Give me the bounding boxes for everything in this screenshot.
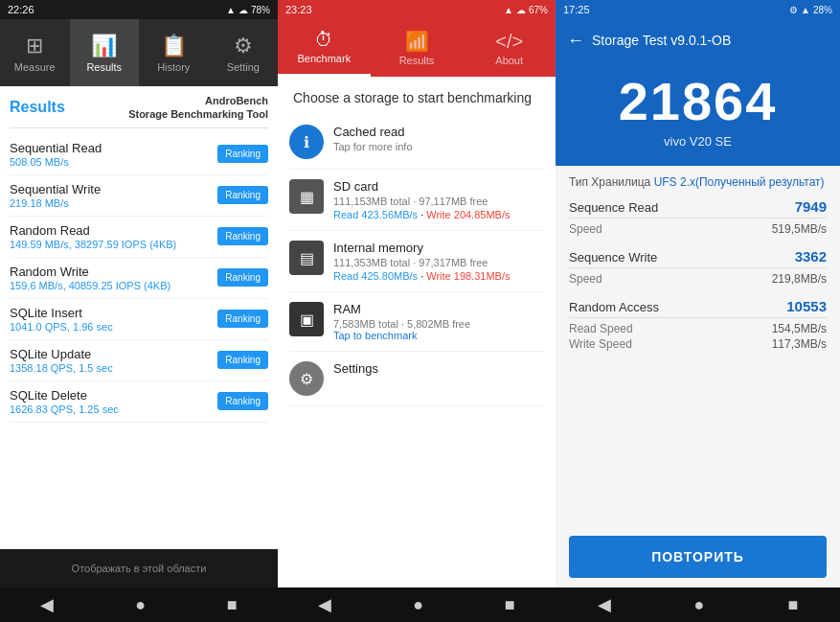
- sd-speed-write: Write 204.85MB/s: [426, 209, 510, 220]
- ranking-btn-5[interactable]: Ranking: [217, 351, 268, 369]
- nav-history-label: History: [157, 61, 190, 73]
- metric-label-2-1: Write Speed: [569, 337, 632, 351]
- metric-sequence-write: Sequence Write 3362 Speed 219,8MB/s: [569, 248, 827, 287]
- history-icon: 📋: [161, 34, 187, 58]
- benchmark-icon: ⏱: [314, 29, 333, 51]
- bench-info-2: Random Read 149.59 MB/s, 38297.59 IOPS (…: [10, 223, 217, 250]
- back-btn-2[interactable]: ◀: [318, 594, 331, 615]
- storage-item-settings[interactable]: ⚙ Settings: [289, 352, 544, 406]
- metric-sequence-read: Sequence Read 7949 Speed 519,5MB/s: [569, 198, 827, 237]
- ad-banner: Отображать в этой области: [0, 549, 278, 587]
- antutu-panel: 23:23 ▲ ☁ 67% ⏱ Benchmark 📶 Results </> …: [278, 0, 556, 622]
- big-score: 21864: [556, 75, 840, 128]
- setting-icon: ⚙: [234, 34, 253, 58]
- metric-score-2: 10553: [786, 298, 827, 314]
- back-btn-3b[interactable]: ◀: [598, 594, 611, 615]
- internal-speed: Read 425.80MB/s · Write 198.31MB/s: [333, 270, 544, 282]
- nav-results[interactable]: 📊 Results: [70, 19, 140, 86]
- nav-measure[interactable]: ⊞ Measure: [0, 19, 70, 86]
- nav-measure-label: Measure: [14, 61, 56, 73]
- tab-results[interactable]: 📶 Results: [371, 19, 464, 77]
- metric-header-seq-write: Sequence Write 3362: [569, 248, 827, 265]
- result-header: ← Storage Test v9.0.1-OB: [556, 19, 840, 61]
- bench-row-sqlite-update: SQLite Update 1358.18 QPS, 1.5 sec Ranki…: [10, 340, 268, 381]
- ranking-btn-2[interactable]: Ranking: [217, 227, 268, 245]
- result-content: Тип Хранилица UFS 2.x(Полученный результ…: [556, 166, 840, 526]
- recent-btn-1[interactable]: ■: [227, 595, 238, 615]
- ram-info: RAM 7,583MB total · 5,802MB free Tap to …: [333, 302, 544, 341]
- wifi-icon-3: ▲: [801, 5, 810, 15]
- battery-2: 67%: [529, 5, 548, 15]
- metric-label-0-0: Speed: [569, 222, 602, 236]
- sd-card-icon: ▦: [289, 179, 324, 214]
- internal-icon: ▤: [289, 241, 324, 275]
- tab-benchmark[interactable]: ⏱ Benchmark: [278, 19, 371, 77]
- cached-read-icon: ℹ: [289, 125, 324, 159]
- metric-score-0: 7949: [795, 198, 827, 215]
- tab-about[interactable]: </> About: [463, 19, 556, 77]
- ram-icon: ▣: [289, 302, 324, 336]
- ranking-btn-4[interactable]: Ranking: [217, 310, 268, 328]
- logo-tagline: Storage Benchmarking Tool: [128, 108, 268, 120]
- internal-name: Internal memory: [333, 241, 544, 255]
- metric-header-random: Random Access 10553: [569, 298, 827, 314]
- battery-1: 78%: [251, 5, 270, 15]
- nav-history[interactable]: 📋 History: [139, 19, 209, 86]
- storage-item-ram[interactable]: ▣ RAM 7,583MB total · 5,802MB free Tap t…: [289, 292, 544, 352]
- result-title: Storage Test v9.0.1-OB: [592, 33, 731, 48]
- status-icons-1: ▲ ☁ 78%: [226, 5, 270, 15]
- bench-name-5: SQLite Update: [10, 347, 217, 361]
- nav-setting[interactable]: ⚙ Setting: [209, 19, 279, 86]
- androbench-title: Results: [10, 99, 65, 116]
- storage-item-cached-read[interactable]: ℹ Cached read Tap for more info: [289, 115, 544, 170]
- sd-card-name: SD card: [333, 179, 544, 194]
- metric-val-2-0: 154,5MB/s: [772, 322, 827, 335]
- ram-tap-link[interactable]: Tap to benchmark: [333, 330, 544, 341]
- signal-icon-2: ▲: [504, 5, 513, 15]
- sd-card-sub: 111,153MB total · 97,117MB free: [333, 196, 544, 207]
- measure-icon: ⊞: [26, 34, 43, 58]
- ranking-btn-0[interactable]: Ranking: [217, 145, 268, 163]
- cached-read-sub: Tap for more info: [333, 141, 544, 152]
- nav-setting-label: Setting: [227, 61, 260, 73]
- bench-name-6: SQLite Delete: [10, 388, 217, 403]
- divider-0: [569, 218, 827, 219]
- metric-name-1: Sequence Write: [569, 250, 657, 265]
- status-time-3: 17:25: [563, 4, 590, 15]
- device-name: vivo V20 SE: [556, 134, 840, 149]
- internal-info: Internal memory 111,353MB total · 97,317…: [333, 241, 544, 282]
- sd-card-speed: Read 423.56MB/s · Write 204.85MB/s: [333, 209, 544, 220]
- androbench-header: Results AndroBench Storage Benchmarking …: [10, 86, 268, 128]
- bench-row-sqlite-insert: SQLite Insert 1041.0 QPS, 1.96 sec Ranki…: [10, 299, 268, 340]
- home-btn-2[interactable]: ●: [413, 595, 423, 615]
- ranking-btn-1[interactable]: Ranking: [217, 186, 268, 204]
- bench-name-3: Random Write: [10, 265, 217, 279]
- storage-item-sd-card[interactable]: ▦ SD card 111,153MB total · 97,117MB fre…: [289, 170, 544, 231]
- recent-btn-3[interactable]: ■: [788, 595, 799, 615]
- about-icon: </>: [495, 31, 523, 53]
- storage-type-label: Тип Хранилица: [569, 175, 650, 189]
- results-icon: 📊: [91, 34, 117, 58]
- nav-results-label: Results: [86, 61, 122, 73]
- back-btn-3[interactable]: ←: [567, 31, 584, 51]
- bench-info-sequential-read: Sequential Read 508.05 MB/s: [10, 141, 217, 168]
- home-btn-1[interactable]: ●: [135, 595, 146, 615]
- status-icons-2: ▲ ☁ 67%: [504, 5, 548, 15]
- storage-type-row: Тип Хранилица UFS 2.x(Полученный результ…: [569, 175, 827, 189]
- home-btn-3[interactable]: ●: [694, 595, 705, 615]
- bench-val-4: 1041.0 QPS, 1.96 sec: [10, 321, 217, 333]
- back-btn-1[interactable]: ◀: [40, 594, 54, 615]
- repeat-button[interactable]: ПОВТОРИТЬ: [569, 536, 827, 578]
- settings-name: Settings: [333, 361, 544, 376]
- storage-list: ℹ Cached read Tap for more info ▦ SD car…: [278, 115, 556, 587]
- androbench-content: Results AndroBench Storage Benchmarking …: [0, 86, 278, 549]
- recent-btn-2[interactable]: ■: [505, 595, 515, 615]
- nav-bottom-1: ◀ ● ■: [0, 587, 278, 622]
- ranking-btn-6[interactable]: Ranking: [217, 392, 268, 410]
- storage-item-internal[interactable]: ▤ Internal memory 111,353MB total · 97,3…: [289, 231, 544, 292]
- bench-val-3: 159.6 MB/s, 40859.25 IOPS (4KB): [10, 280, 217, 291]
- logo-name: AndroBench: [205, 95, 268, 106]
- ranking-btn-3[interactable]: Ranking: [217, 268, 268, 287]
- nav-bottom-3: ◀ ● ■: [556, 587, 840, 622]
- metric-name-0: Sequence Read: [569, 200, 658, 215]
